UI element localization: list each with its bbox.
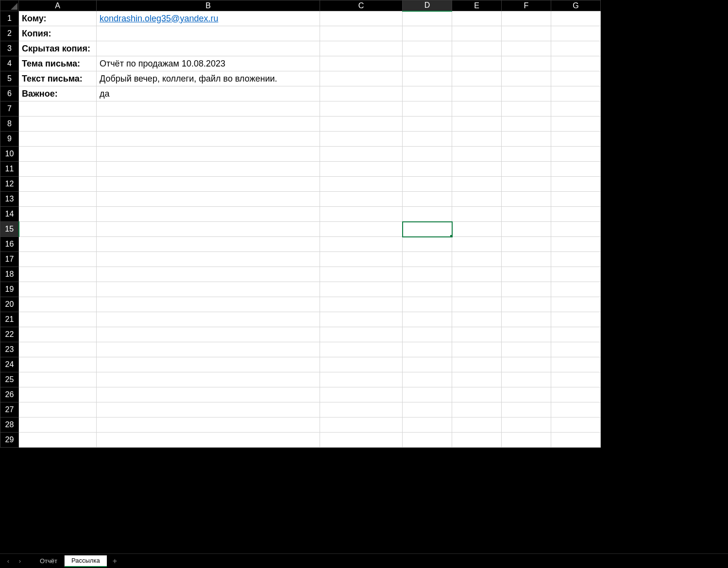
sheet-tab-mailing[interactable]: Рассылка <box>65 555 107 567</box>
cell-G12[interactable] <box>551 177 601 192</box>
cell-C13[interactable] <box>320 192 403 207</box>
cell-E15[interactable] <box>452 222 502 237</box>
cell-D26[interactable] <box>403 387 452 402</box>
cell-C22[interactable] <box>320 327 403 342</box>
cell-B19[interactable] <box>97 282 320 297</box>
cell-C18[interactable] <box>320 267 403 282</box>
cell-F18[interactable] <box>502 267 551 282</box>
cell-G9[interactable] <box>551 132 601 147</box>
cell-D7[interactable] <box>403 101 452 117</box>
tab-next-icon[interactable]: › <box>16 557 24 566</box>
cell-D24[interactable] <box>403 357 452 372</box>
cell-C8[interactable] <box>320 117 403 132</box>
cell-F13[interactable] <box>502 192 551 207</box>
cell-B9[interactable] <box>97 132 320 147</box>
cell-D10[interactable] <box>403 147 452 162</box>
cell-G29[interactable] <box>551 433 601 448</box>
cell-B27[interactable] <box>97 402 320 418</box>
cell-G8[interactable] <box>551 117 601 132</box>
cell-A27[interactable] <box>19 402 97 418</box>
cell-D5[interactable] <box>403 71 452 86</box>
cell-C29[interactable] <box>320 433 403 448</box>
cell-F16[interactable] <box>502 237 551 252</box>
cell-C17[interactable] <box>320 252 403 267</box>
cell-B1[interactable]: kondrashin.oleg35@yandex.ru <box>97 11 320 26</box>
cell-D14[interactable] <box>403 207 452 222</box>
row-header-24[interactable]: 24 <box>0 357 19 372</box>
row-header-22[interactable]: 22 <box>0 327 19 342</box>
cell-B21[interactable] <box>97 312 320 327</box>
cell-G7[interactable] <box>551 101 601 117</box>
cell-E22[interactable] <box>452 327 502 342</box>
cell-A10[interactable] <box>19 147 97 162</box>
row-header-2[interactable]: 2 <box>0 26 19 41</box>
cell-C27[interactable] <box>320 402 403 418</box>
cell-A18[interactable] <box>19 267 97 282</box>
row-header-3[interactable]: 3 <box>0 41 19 56</box>
cell-B6[interactable]: да <box>97 86 320 101</box>
cell-F21[interactable] <box>502 312 551 327</box>
cell-A29[interactable] <box>19 433 97 448</box>
cell-E2[interactable] <box>452 26 502 41</box>
row-header-21[interactable]: 21 <box>0 312 19 327</box>
cell-B22[interactable] <box>97 327 320 342</box>
row-header-28[interactable]: 28 <box>0 418 19 433</box>
row-header-7[interactable]: 7 <box>0 101 19 117</box>
cell-F15[interactable] <box>502 222 551 237</box>
row-header-23[interactable]: 23 <box>0 342 19 357</box>
row-header-14[interactable]: 14 <box>0 207 19 222</box>
cell-F4[interactable] <box>502 56 551 71</box>
cell-G10[interactable] <box>551 147 601 162</box>
tab-prev-icon[interactable]: ‹ <box>4 557 13 566</box>
cell-F20[interactable] <box>502 297 551 312</box>
cell-G5[interactable] <box>551 71 601 86</box>
row-header-9[interactable]: 9 <box>0 132 19 147</box>
row-header-26[interactable]: 26 <box>0 387 19 402</box>
cell-E25[interactable] <box>452 372 502 387</box>
cell-D9[interactable] <box>403 132 452 147</box>
cell-A1[interactable]: Кому: <box>19 11 97 26</box>
cell-D6[interactable] <box>403 86 452 101</box>
cell-A20[interactable] <box>19 297 97 312</box>
cell-A2[interactable]: Копия: <box>19 26 97 41</box>
cell-E19[interactable] <box>452 282 502 297</box>
cell-E29[interactable] <box>452 433 502 448</box>
cell-D28[interactable] <box>403 418 452 433</box>
cell-E10[interactable] <box>452 147 502 162</box>
cell-B17[interactable] <box>97 252 320 267</box>
email-link[interactable]: kondrashin.oleg35@yandex.ru <box>100 14 218 23</box>
cell-B25[interactable] <box>97 372 320 387</box>
cell-C5[interactable] <box>320 71 403 86</box>
cell-E26[interactable] <box>452 387 502 402</box>
cell-E12[interactable] <box>452 177 502 192</box>
row-header-8[interactable]: 8 <box>0 117 19 132</box>
cell-B20[interactable] <box>97 297 320 312</box>
cell-D13[interactable] <box>403 192 452 207</box>
cell-B7[interactable] <box>97 101 320 117</box>
sheet-tab-report[interactable]: Отчёт <box>33 555 65 567</box>
cell-B12[interactable] <box>97 177 320 192</box>
cell-C1[interactable] <box>320 11 403 26</box>
cell-E18[interactable] <box>452 267 502 282</box>
cell-G17[interactable] <box>551 252 601 267</box>
cell-A5[interactable]: Текст письма: <box>19 71 97 86</box>
cell-D18[interactable] <box>403 267 452 282</box>
row-header-17[interactable]: 17 <box>0 252 19 267</box>
cell-E28[interactable] <box>452 418 502 433</box>
cell-F22[interactable] <box>502 327 551 342</box>
cell-C15[interactable] <box>320 222 403 237</box>
cell-F14[interactable] <box>502 207 551 222</box>
cell-F8[interactable] <box>502 117 551 132</box>
cell-D21[interactable] <box>403 312 452 327</box>
cell-E3[interactable] <box>452 41 502 56</box>
cell-C23[interactable] <box>320 342 403 357</box>
cell-B26[interactable] <box>97 387 320 402</box>
col-header-F[interactable]: F <box>502 0 551 11</box>
cell-A23[interactable] <box>19 342 97 357</box>
row-header-27[interactable]: 27 <box>0 402 19 418</box>
cell-A7[interactable] <box>19 101 97 117</box>
cell-G25[interactable] <box>551 372 601 387</box>
cell-D12[interactable] <box>403 177 452 192</box>
row-header-25[interactable]: 25 <box>0 372 19 387</box>
cell-F11[interactable] <box>502 162 551 177</box>
